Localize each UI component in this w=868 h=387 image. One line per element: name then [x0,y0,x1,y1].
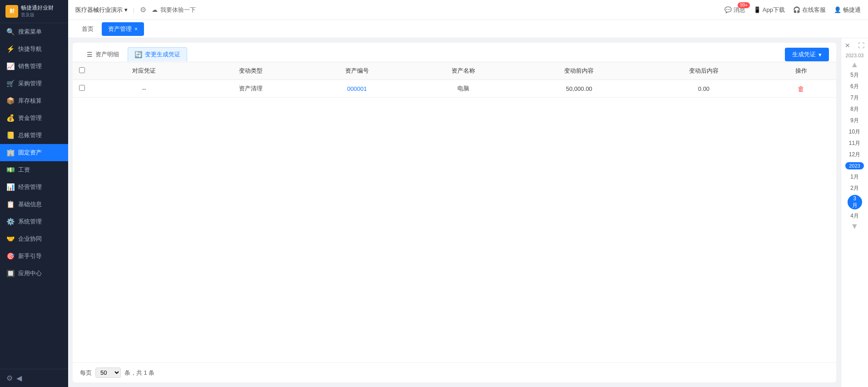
sidebar-item-salary[interactable]: 💵工资 [0,161,68,179]
sidebar-icon-purchase: 🛒 [6,79,15,88]
sidebar-item-ledger[interactable]: 📒总账管理 [0,127,68,144]
sidebar: 财 畅捷通好业财 普及版 🔍搜索菜单⚡快捷导航📈销售管理🛒采购管理📦库存核算💰资… [0,0,68,387]
sidebar-item-enterprise[interactable]: 🤝企业协同 [0,230,68,248]
sidebar-label-enterprise: 企业协同 [18,235,42,243]
sidebar-label-inventory: 库存核算 [18,97,42,105]
row-checkbox-input-0[interactable] [79,85,85,91]
row-after-0: 0.00 [641,80,766,98]
app-download-btn[interactable]: 📱 App下载 [754,6,785,14]
sidebar-item-purchase[interactable]: 🛒采购管理 [0,75,68,92]
company-dropdown-icon: ▾ [124,6,128,13]
logo-sub: 普及版 [21,12,54,18]
settings-icon[interactable]: ⚙ [6,374,13,382]
sidebar-item-guide[interactable]: 🎯新手引导 [0,248,68,265]
panel-year-top: 2023.03 [846,53,864,58]
sidebar-label-sales: 销售管理 [18,62,42,70]
panel-month[interactable]: 4月 [847,210,863,222]
sidebar-icon-sales: 📈 [6,62,15,70]
sidebar-label-finance: 资金管理 [18,114,42,122]
sidebar-icon-app-center: 🔲 [6,269,15,278]
months-before-year: 5月6月7月8月9月10月11月12月 [845,69,864,160]
sidebar-icon-fixed-assets: 🏢 [6,149,15,157]
content-area: ☰ 资产明细 🔄 变更生成凭证 生成凭证 ▾ [68,38,868,387]
panel-month[interactable]: 11月 [845,138,864,149]
table-wrap: 对应凭证 变动类型 资产编号 资产名称 变动前内容 变动后内容 操作 -- 资产… [73,62,836,362]
select-all-checkbox[interactable] [79,67,85,73]
months-after-year: 1月2月3月4月 [847,171,863,222]
user-avatar-icon: 👤 [834,6,841,13]
sidebar-item-quick-nav[interactable]: ⚡快捷导航 [0,40,68,58]
subtab-change-voucher[interactable]: 🔄 变更生成凭证 [128,47,187,62]
sidebar-label-operations: 经营管理 [18,183,42,191]
topbar: 医疗器械行业演示 ▾ | ⚙ ☁ 我要体验一下 💬 消息 99+ 📱 App下载… [68,0,868,20]
row-checkbox-0 [73,80,91,98]
subtab-left: ☰ 资产明细 🔄 变更生成凭证 [80,47,187,62]
sidebar-item-system[interactable]: ⚙️系统管理 [0,213,68,230]
panel-month[interactable]: 9月 [845,115,864,126]
panel-month[interactable]: 6月 [845,81,864,92]
panel-nav-down[interactable]: ▼ [851,222,859,231]
per-page-label: 每页 [80,369,92,377]
panel-month[interactable]: 5月 [845,69,864,81]
header-before: 变动前内容 [517,62,642,80]
subtab-asset-detail-label: 资产明细 [95,50,119,59]
sidebar-item-operations[interactable]: 📊经营管理 [0,179,68,196]
settings-gear-icon[interactable]: ⚙ [140,5,146,14]
sidebar-item-app-center[interactable]: 🔲应用中心 [0,265,68,282]
message-badge: 99+ [738,2,750,8]
collapse-icon[interactable]: ◀ [16,374,22,382]
sidebar-logo: 财 畅捷通好业财 普及版 [0,0,68,23]
panel-month[interactable]: 10月 [845,126,864,138]
per-page-select[interactable]: 102050100 [95,367,121,378]
sidebar-icon-enterprise: 🤝 [6,235,15,243]
tab-close-icon[interactable]: × [134,26,138,32]
delete-row-btn-0[interactable]: 🗑 [798,85,804,93]
sidebar-label-salary: 工资 [18,166,30,174]
tab-asset-management[interactable]: 资产管理 × [102,22,144,36]
panel-nav-up[interactable]: ▲ [851,60,859,69]
header-asset-name: 资产名称 [410,62,516,80]
panel-month-active[interactable]: 3月 [848,195,862,209]
sidebar-icon-ledger: 📒 [6,131,15,139]
sidebar-item-search[interactable]: 🔍搜索菜单 [0,23,68,40]
header-action: 操作 [766,62,836,80]
panel-month[interactable]: 12月 [845,149,864,160]
company-selector[interactable]: 医疗器械行业演示 ▾ [75,6,128,14]
sidebar-item-finance[interactable]: 💰资金管理 [0,109,68,127]
subtab-asset-detail[interactable]: ☰ 资产明细 [80,47,126,62]
header-voucher: 对应凭证 [91,62,197,80]
panel-month[interactable]: 7月 [845,92,864,104]
panel-year-label[interactable]: 2023 [845,162,863,169]
sidebar-icon-operations: 📊 [6,183,15,191]
panel-month[interactable]: 2月 [847,183,863,194]
row-before-0: 50,000.00 [517,80,642,98]
separator: | [133,7,134,13]
experience-icon: ☁ [152,6,158,13]
generate-voucher-btn[interactable]: 生成凭证 ▾ [785,48,829,61]
message-icon: 💬 [724,6,732,13]
row-change-type-0: 资产清理 [197,80,303,98]
panel-month[interactable]: 1月 [847,171,863,183]
panel-expand-btn[interactable]: ⛶ [858,42,864,49]
content-main: ☰ 资产明细 🔄 变更生成凭证 生成凭证 ▾ [73,43,836,382]
sidebar-icon-system: ⚙️ [6,218,15,226]
panel-month[interactable]: 8月 [845,104,864,115]
tab-home[interactable]: 首页 [75,22,100,36]
sidebar-item-basic-info[interactable]: 📋基础信息 [0,196,68,213]
message-btn[interactable]: 💬 消息 99+ [724,6,745,14]
sidebar-item-inventory[interactable]: 📦库存核算 [0,92,68,109]
sidebar-icon-finance: 💰 [6,114,15,122]
row-asset-name-0: 电脑 [410,80,516,98]
experience-link[interactable]: ☁ 我要体验一下 [152,6,196,14]
asset-detail-icon: ☰ [87,51,93,58]
panel-close-btn[interactable]: ✕ [845,42,850,49]
user-info[interactable]: 👤 畅捷通 [834,6,861,14]
sidebar-item-sales[interactable]: 📈销售管理 [0,58,68,75]
header-checkbox-col [73,62,91,80]
sidebar-label-ledger: 总账管理 [18,131,42,139]
row-action-0: 🗑 [766,80,836,98]
online-service-btn[interactable]: 🎧 在线客服 [793,6,826,14]
table-header-row: 对应凭证 变动类型 资产编号 资产名称 变动前内容 变动后内容 操作 [73,62,836,80]
sidebar-label-app-center: 应用中心 [18,269,42,278]
sidebar-item-fixed-assets[interactable]: 🏢固定资产 [0,144,68,161]
